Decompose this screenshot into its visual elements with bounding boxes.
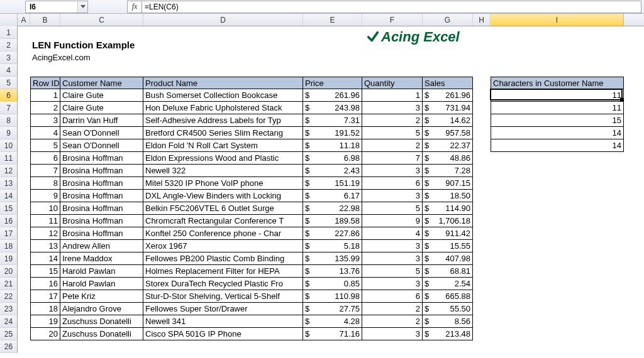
cell[interactable] — [473, 77, 491, 89]
row-header-11[interactable]: 11 — [0, 152, 18, 165]
cell[interactable] — [423, 52, 473, 64]
cell-customer[interactable]: Brosina Hoffman — [60, 190, 143, 202]
cell[interactable] — [143, 26, 303, 39]
cell-sales[interactable]: $407.98 — [423, 252, 473, 265]
cell-rowid[interactable]: 11 — [30, 215, 60, 227]
cell[interactable] — [60, 340, 143, 353]
cell-rowid[interactable]: 7 — [30, 165, 60, 177]
cell[interactable] — [423, 340, 473, 353]
cell-price[interactable]: $191.52 — [303, 127, 362, 139]
row-header-8[interactable]: 8 — [0, 114, 18, 127]
col-header-G[interactable]: G — [423, 14, 473, 26]
name-box-dropdown[interactable] — [77, 1, 87, 13]
cell[interactable] — [303, 64, 362, 77]
cell-rowid[interactable]: 14 — [30, 252, 60, 265]
cell[interactable] — [473, 152, 491, 165]
row-header-6[interactable]: 6 — [0, 89, 18, 102]
cell-qty[interactable]: 2 — [362, 139, 423, 152]
cell[interactable] — [473, 315, 491, 328]
cell-rowid[interactable]: 2 — [30, 102, 60, 114]
cell-len[interactable]: 15 — [491, 114, 624, 127]
cell[interactable] — [491, 227, 624, 240]
cell[interactable] — [491, 190, 624, 202]
select-all-corner[interactable] — [0, 14, 18, 26]
col-header-H[interactable]: H — [473, 14, 491, 26]
cell[interactable] — [491, 26, 624, 39]
cell[interactable] — [143, 52, 303, 64]
cell-product[interactable]: Chromcraft Rectangular Conference T — [143, 215, 303, 227]
cell[interactable] — [473, 39, 491, 52]
cell-price[interactable]: $22.98 — [303, 202, 362, 215]
cell[interactable] — [303, 39, 362, 52]
cell-product[interactable]: Hon Deluxe Fabric Upholstered Stack — [143, 102, 303, 114]
cell-qty[interactable]: 3 — [362, 252, 423, 265]
row-header-2[interactable]: 2 — [0, 39, 18, 52]
row-header-9[interactable]: 9 — [0, 127, 18, 139]
cell[interactable] — [18, 52, 30, 64]
row-header-22[interactable]: 22 — [0, 290, 18, 303]
row-header-26[interactable]: 26 — [0, 340, 18, 353]
row-header-24[interactable]: 24 — [0, 315, 18, 328]
cell-price[interactable]: $6.17 — [303, 190, 362, 202]
cell[interactable] — [473, 328, 491, 340]
cell[interactable] — [491, 165, 624, 177]
cell-qty[interactable]: 7 — [362, 152, 423, 165]
cell-product[interactable]: Mitel 5320 IP Phone VoIP phone — [143, 177, 303, 190]
cell-rowid[interactable]: 8 — [30, 177, 60, 190]
cell-price[interactable]: $11.18 — [303, 139, 362, 152]
cell-price[interactable]: $0.85 — [303, 278, 362, 290]
cell[interactable] — [491, 278, 624, 290]
table-header-sales[interactable]: Sales — [423, 77, 473, 89]
name-box[interactable]: I6 — [25, 1, 88, 13]
cell[interactable] — [473, 165, 491, 177]
cell[interactable] — [491, 265, 624, 278]
row-header-25[interactable]: 25 — [0, 328, 18, 340]
cell-product[interactable]: Fellowes PB200 Plastic Comb Binding — [143, 252, 303, 265]
cell[interactable] — [143, 64, 303, 77]
cell-sales[interactable]: $55.50 — [423, 303, 473, 315]
cell-price[interactable]: $4.28 — [303, 315, 362, 328]
cell-customer[interactable]: Andrew Allen — [60, 240, 143, 252]
row-header-10[interactable]: 10 — [0, 139, 18, 152]
row-header-23[interactable]: 23 — [0, 303, 18, 315]
cell[interactable] — [60, 26, 143, 39]
cell-sales[interactable]: $14.62 — [423, 114, 473, 127]
cell-customer[interactable]: Darrin Van Huff — [60, 114, 143, 127]
col-header-D[interactable]: D — [143, 14, 303, 26]
row-header-16[interactable]: 16 — [0, 215, 18, 227]
cell-product[interactable]: Holmes Replacement Filter for HEPA — [143, 265, 303, 278]
cell[interactable] — [473, 89, 491, 102]
cell-price[interactable]: $71.16 — [303, 328, 362, 340]
table-header-customer[interactable]: Customer Name — [60, 77, 143, 89]
cell-product[interactable]: Cisco SPA 501G IP Phone — [143, 328, 303, 340]
cell[interactable] — [18, 102, 30, 114]
cell[interactable] — [30, 340, 60, 353]
cell[interactable] — [18, 190, 30, 202]
cell-qty[interactable]: 5 — [362, 265, 423, 278]
cell-sales[interactable]: $2.54 — [423, 278, 473, 290]
table-header-rowid[interactable]: Row ID — [30, 77, 60, 89]
table-header-price[interactable]: Price — [303, 77, 362, 89]
cell[interactable] — [491, 252, 624, 265]
row-header-14[interactable]: 14 — [0, 190, 18, 202]
cell-qty[interactable]: 5 — [362, 202, 423, 215]
row-header-17[interactable]: 17 — [0, 227, 18, 240]
cell-qty[interactable]: 2 — [362, 315, 423, 328]
cell[interactable] — [473, 278, 491, 290]
row-header-7[interactable]: 7 — [0, 102, 18, 114]
cell[interactable] — [18, 39, 30, 52]
cell-customer[interactable]: Harold Pawlan — [60, 265, 143, 278]
cell[interactable] — [18, 227, 30, 240]
cell-sales[interactable]: $665.88 — [423, 290, 473, 303]
cell-product[interactable]: Newell 322 — [143, 165, 303, 177]
cell-qty[interactable]: 6 — [362, 177, 423, 190]
cell[interactable] — [143, 39, 303, 52]
cell-rowid[interactable]: 19 — [30, 315, 60, 328]
cell[interactable] — [18, 26, 30, 39]
cell[interactable] — [60, 52, 143, 64]
cell-sales[interactable]: $213.48 — [423, 328, 473, 340]
cell-product[interactable]: Stur-D-Stor Shelving, Vertical 5-Shelf — [143, 290, 303, 303]
cell-rowid[interactable]: 1 — [30, 89, 60, 102]
cell-qty[interactable]: 3 — [362, 328, 423, 340]
cell-customer[interactable]: Brosina Hoffman — [60, 152, 143, 165]
